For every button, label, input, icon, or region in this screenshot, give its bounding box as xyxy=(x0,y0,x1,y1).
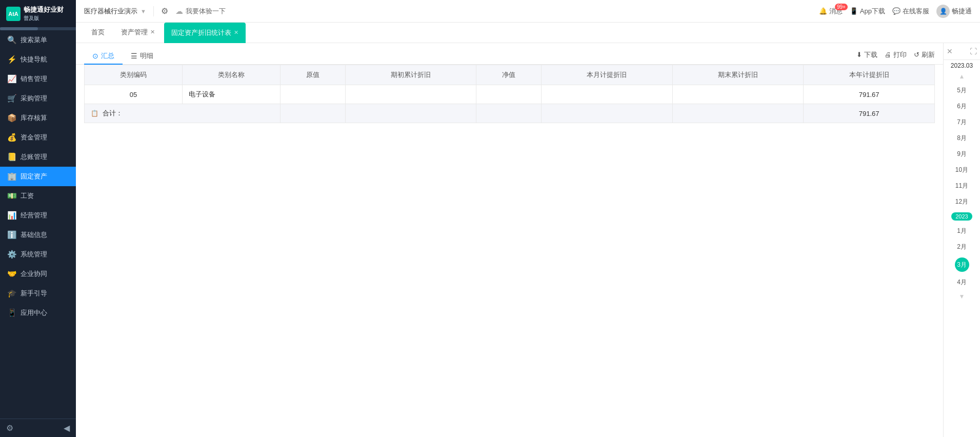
table-wrap: 类别编码 类别名称 原值 期初累计折旧 净值 本月计提折旧 期末累计折旧 本年计… xyxy=(76,65,943,437)
date-item-2023-4[interactable]: 4月 xyxy=(944,274,980,290)
tab-home[interactable]: 首页 xyxy=(84,23,112,43)
user-menu[interactable]: 👤 畅捷通 xyxy=(936,5,972,18)
trial-button[interactable]: ☁ 我要体验一下 xyxy=(175,7,226,16)
notification-badge: 99+ xyxy=(835,4,848,10)
quick-nav-icon: ⚡ xyxy=(7,55,16,64)
summary-original xyxy=(281,104,346,123)
app-download-label: App下载 xyxy=(860,7,885,16)
sidebar-item-fixed-assets[interactable]: 🏢 固定资产 xyxy=(0,167,76,186)
sidebar-item-basic-info[interactable]: ℹ️ 基础信息 xyxy=(0,225,76,245)
refresh-icon: ↺ xyxy=(914,51,919,58)
print-icon: 🖨 xyxy=(885,51,891,58)
collapse-icon[interactable]: ◀ xyxy=(64,423,70,433)
payroll-icon: 💵 xyxy=(7,191,16,201)
date-item-7[interactable]: 7月 xyxy=(944,114,980,130)
col-name: 类别名称 xyxy=(183,65,281,85)
sidebar-item-guide[interactable]: 🎓 新手引导 xyxy=(0,284,76,303)
gear-icon[interactable]: ⚙ xyxy=(161,6,168,16)
sidebar-item-system[interactable]: ⚙️ 系统管理 xyxy=(0,245,76,264)
settings-icon[interactable]: ⚙ xyxy=(6,423,13,433)
sidebar-item-payroll[interactable]: 💵 工资 xyxy=(0,186,76,206)
print-button[interactable]: 🖨 打印 xyxy=(885,50,907,59)
table-toolbar: ⬇ 下载 🖨 打印 ↺ 刷新 xyxy=(856,50,935,63)
app-subtitle: 普及版 xyxy=(24,15,64,22)
sidebar-item-label: 销售管理 xyxy=(21,74,47,84)
search-icon: 🔍 xyxy=(7,35,16,45)
guide-icon: 🎓 xyxy=(7,289,16,298)
sidebar-item-purchase[interactable]: 🛒 采购管理 xyxy=(0,89,76,108)
sidebar-item-funds[interactable]: 💰 资金管理 xyxy=(0,128,76,147)
col-end-accum: 期末累计折旧 xyxy=(672,65,804,85)
date-item-9[interactable]: 9月 xyxy=(944,146,980,162)
service-icon: 💬 xyxy=(892,7,901,15)
sidebar-item-label: 企业协同 xyxy=(21,269,47,279)
sidebar-item-label: 系统管理 xyxy=(21,250,47,259)
scroll-down-arrow[interactable]: ▼ xyxy=(958,292,966,301)
sidebar-item-label: 固定资产 xyxy=(21,172,47,181)
panel-expand-button[interactable]: ⛶ xyxy=(970,47,977,55)
sub-tab-summary[interactable]: ⊙ 汇总 xyxy=(84,48,123,65)
close-icon[interactable]: ✕ xyxy=(234,29,238,36)
ledger-icon: 📒 xyxy=(7,152,16,162)
dropdown-icon: ▼ xyxy=(141,8,146,14)
download-label: 下载 xyxy=(864,50,877,59)
sub-tab-detail[interactable]: ☰ 明细 xyxy=(123,48,162,65)
summary-begin-accum xyxy=(345,104,476,123)
date-item-11[interactable]: 11月 xyxy=(944,178,980,194)
col-code: 类别编码 xyxy=(85,65,183,85)
close-icon[interactable]: ✕ xyxy=(150,29,155,35)
sidebar-item-operations[interactable]: 📊 经营管理 xyxy=(0,206,76,225)
refresh-button[interactable]: ↺ 刷新 xyxy=(914,50,935,59)
tab-asset-manage[interactable]: 资产管理 ✕ xyxy=(114,23,162,43)
sidebar-item-enterprise[interactable]: 🤝 企业协同 xyxy=(0,264,76,284)
summary-month-depreciation xyxy=(542,104,673,123)
app-download-button[interactable]: 📱 App下载 xyxy=(850,7,885,16)
date-item-2023-1[interactable]: 1月 xyxy=(944,223,980,239)
date-item-2023-3-selected[interactable]: 3月 xyxy=(955,257,969,272)
cell-year-depreciation: 791.67 xyxy=(804,85,935,104)
cell-end-accum xyxy=(672,85,804,104)
download-icon: 📱 xyxy=(850,7,858,15)
table-row: 05 电子设备 791.67 xyxy=(85,85,935,104)
date-item-5[interactable]: 5月 xyxy=(944,83,980,98)
year-2023-badge[interactable]: 2023 xyxy=(951,212,972,221)
sidebar-item-ledger[interactable]: 📒 总账管理 xyxy=(0,147,76,167)
sidebar-item-label: 搜索菜单 xyxy=(21,35,47,45)
date-panel-title: 2023.03 xyxy=(944,60,980,70)
notification-button[interactable]: 🔔 消息 99+ xyxy=(819,7,843,16)
date-item-8[interactable]: 8月 xyxy=(944,130,980,146)
funds-icon: 💰 xyxy=(7,133,16,142)
scroll-up-arrow[interactable]: ▲ xyxy=(958,72,966,81)
operations-icon: 📊 xyxy=(7,211,16,220)
home-tab-label: 首页 xyxy=(91,28,105,37)
tab-fixed-depreciation[interactable]: 固定资产折旧统计表 ✕ xyxy=(164,23,246,43)
summary-label: 📋 合计： xyxy=(85,104,281,123)
tabs-bar: 首页 资产管理 ✕ 固定资产折旧统计表 ✕ xyxy=(76,23,980,43)
detail-tab-label: 明细 xyxy=(140,51,153,61)
sidebar-item-sales[interactable]: 📈 销售管理 xyxy=(0,69,76,89)
sidebar-item-quick-nav[interactable]: ⚡ 快捷导航 xyxy=(0,50,76,69)
summary-tab-label: 汇总 xyxy=(101,51,114,61)
sidebar-item-app-center[interactable]: 📱 应用中心 xyxy=(0,303,76,323)
download-button[interactable]: ⬇ 下载 xyxy=(856,50,877,59)
panel-close-button[interactable]: ✕ xyxy=(947,47,953,55)
date-item-2023-2[interactable]: 2月 xyxy=(944,239,980,255)
sidebar-item-label: 总账管理 xyxy=(21,152,47,162)
sidebar-footer: ⚙ ◀ xyxy=(0,419,76,437)
sidebar-item-search[interactable]: 🔍 搜索菜单 xyxy=(0,30,76,50)
refresh-label: 刷新 xyxy=(922,50,935,59)
date-item-10[interactable]: 10月 xyxy=(944,162,980,178)
date-item-12[interactable]: 12月 xyxy=(944,194,980,210)
sidebar-item-label: 资金管理 xyxy=(21,133,47,142)
company-selector[interactable]: 医疗器械行业演示 ▼ xyxy=(84,7,146,16)
summary-row: 📋 合计： 791.67 xyxy=(85,104,935,123)
sidebar-item-label: 应用中心 xyxy=(21,308,47,317)
cell-month-depreciation xyxy=(542,85,673,104)
sidebar-item-label: 采购管理 xyxy=(21,94,47,103)
trial-label: 我要体验一下 xyxy=(186,7,226,16)
detail-icon: ☰ xyxy=(131,52,137,60)
sidebar-item-inventory[interactable]: 📦 库存核算 xyxy=(0,108,76,128)
customer-service-button[interactable]: 💬 在线客服 xyxy=(892,7,929,16)
date-item-6[interactable]: 6月 xyxy=(944,98,980,114)
sales-icon: 📈 xyxy=(7,74,16,84)
